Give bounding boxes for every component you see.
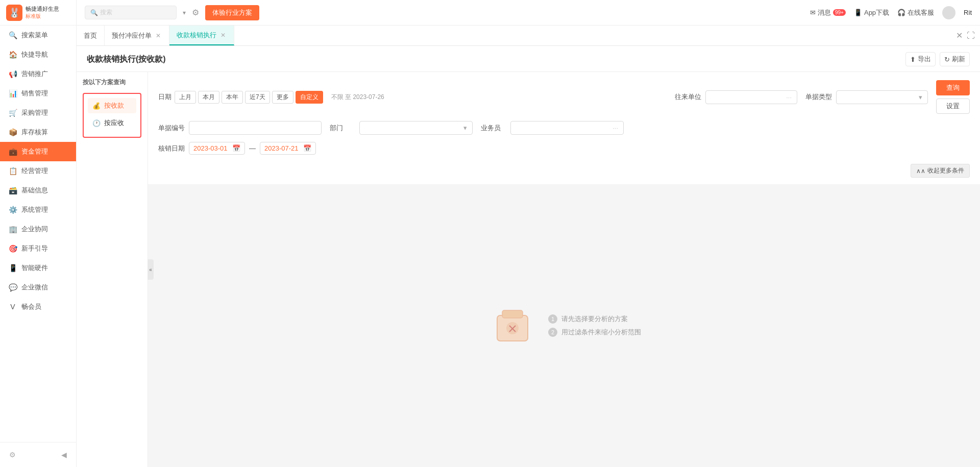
refresh-icon: ↻: [944, 56, 950, 63]
topbar-search[interactable]: 🔍 搜索: [85, 6, 177, 19]
message-button[interactable]: ✉ 消息 99+: [810, 8, 846, 17]
hardware-icon: 📱: [8, 263, 17, 273]
sidebar-item-search[interactable]: 🔍 搜索菜单: [0, 26, 76, 45]
sidebar-item-marketing[interactable]: 📢 营销推广: [0, 64, 76, 84]
empty-tip-2: 2 用过滤条件来缩小分析范围: [548, 328, 641, 337]
query-row-3: 核销日期 2023-03-01 📅 — 2023-07-21 📅: [158, 142, 970, 155]
tip-num-2: 2: [548, 328, 557, 337]
sidebar-item-sales[interactable]: 📊 销售管理: [0, 84, 76, 103]
topbar-gear-icon[interactable]: ⚙: [192, 8, 199, 17]
tip-num-1: 1: [548, 314, 557, 324]
date-separator: —: [249, 144, 256, 152]
query-button[interactable]: 查询: [936, 80, 970, 95]
tab-receivable-close[interactable]: ✕: [219, 31, 227, 40]
app-logo: 🐰 畅捷通好生意 标准版: [0, 0, 76, 26]
date-this-year[interactable]: 本年: [222, 91, 243, 104]
dept-select[interactable]: ▾: [359, 121, 473, 135]
message-badge: 99+: [833, 9, 846, 16]
settings-bottom-icon[interactable]: ⚙: [5, 448, 19, 462]
doc-no-input[interactable]: [189, 121, 322, 135]
tabbar-actions: ✕ ⛶: [951, 26, 980, 45]
download-icon: 📱: [854, 9, 862, 16]
staff-select[interactable]: ···: [510, 121, 624, 135]
fullscreen-icon[interactable]: ⛶: [967, 31, 975, 40]
svg-rect-1: [502, 310, 523, 318]
filter-title: 按以下方案查询: [83, 78, 141, 87]
guide-icon: 🎯: [8, 244, 17, 253]
doc-type-field: 单据类型 ▾: [805, 90, 928, 104]
sidebar-item-guide[interactable]: 🎯 新手引导: [0, 239, 76, 258]
export-button[interactable]: ⬆ 导出: [905, 52, 936, 66]
query-row-1: 日期 上月 本月 本年 近7天 更多 自定义 不限 至 2023-07-26: [158, 80, 970, 114]
sidebar-item-wechat[interactable]: 💬 企业微信: [0, 278, 76, 297]
filter-by-receipt[interactable]: 💰 按收款: [88, 98, 136, 113]
staff-ellipsis: ···: [612, 124, 618, 132]
app-name: 畅捷通好生意: [26, 5, 59, 12]
verify-date-end-input[interactable]: 2023-07-21 📅: [260, 142, 316, 155]
dept-label: 部门: [330, 124, 355, 133]
sidebar-item-hardware[interactable]: 📱 智能硬件: [0, 258, 76, 278]
empty-state: 1 请先选择要分析的方案 2 用过滤条件来缩小分析范围: [148, 184, 980, 467]
calendar-end-icon: 📅: [303, 144, 311, 152]
tab-prepay-close[interactable]: ✕: [155, 31, 162, 40]
staff-field: 业务员 ···: [481, 121, 624, 135]
sidebar-item-member[interactable]: V 畅会员: [0, 297, 76, 316]
wechat-icon: 💬: [8, 283, 17, 292]
date-custom[interactable]: 自定义: [296, 91, 323, 104]
user-name: Rit: [964, 9, 972, 16]
tab-home[interactable]: 首页: [77, 26, 105, 45]
enterprise-icon: 🏢: [8, 225, 17, 234]
system-icon: ⚙️: [8, 205, 17, 214]
tab-receivable-exec[interactable]: 收款核销执行 ✕: [169, 26, 234, 45]
content-area: 按以下方案查询 💰 按收款 🕐 按应收 « 日期: [77, 72, 980, 467]
sidebar-item-operations[interactable]: 📋 经营管理: [0, 161, 76, 181]
close-all-icon[interactable]: ✕: [956, 31, 963, 40]
sidebar-item-purchase[interactable]: 🛒 采购管理: [0, 103, 76, 122]
staff-label: 业务员: [481, 124, 506, 133]
industry-solution-button[interactable]: 体验行业方案: [205, 5, 259, 20]
verify-date-row: 核销日期 2023-03-01 📅 — 2023-07-21 📅: [158, 142, 316, 155]
calendar-start-icon: 📅: [232, 144, 240, 152]
date-last-month[interactable]: 上月: [175, 91, 196, 104]
empty-tip-1: 1 请先选择要分析的方案: [548, 314, 641, 324]
tab-prepay[interactable]: 预付冲应付单 ✕: [105, 26, 169, 45]
filter-receivable-icon: 🕐: [92, 118, 101, 128]
basic-info-icon: 🗃️: [8, 186, 17, 195]
refresh-button[interactable]: ↻ 刷新: [940, 52, 970, 66]
sidebar-item-quicknav[interactable]: 🏠 快捷导航: [0, 45, 76, 64]
topbar: 🔍 搜索 ▾ ⚙ 体验行业方案 ✉ 消息 99+ 📱 App下载 🎧 在线客服 …: [77, 0, 980, 26]
doc-type-select[interactable]: ▾: [836, 90, 928, 104]
date-buttons: 上月 本月 本年 近7天 更多 自定义: [175, 91, 323, 104]
settings-button[interactable]: 设置: [936, 99, 970, 114]
purchase-icon: 🛒: [8, 108, 17, 117]
filter-receivable-label: 按应收: [104, 118, 124, 128]
counterpart-select[interactable]: ···: [705, 90, 797, 104]
empty-tips: 1 请先选择要分析的方案 2 用过滤条件来缩小分析范围: [548, 314, 641, 337]
date-more[interactable]: 更多: [272, 91, 293, 104]
sidebar-item-inventory[interactable]: 📦 库存核算: [0, 122, 76, 142]
doc-no-label: 单据编号: [158, 124, 185, 133]
sidebar-item-enterprise[interactable]: 🏢 企业协同: [0, 219, 76, 239]
sidebar-item-basic-info[interactable]: 🗃️ 基础信息: [0, 181, 76, 200]
sidebar-item-finance[interactable]: 💼 资金管理: [0, 142, 76, 161]
filter-collapse-button[interactable]: «: [148, 259, 154, 280]
user-avatar[interactable]: [942, 6, 955, 19]
app-download-button[interactable]: 📱 App下载: [854, 8, 889, 17]
logo-icon: 🐰: [6, 5, 22, 21]
date-7days[interactable]: 近7天: [245, 91, 270, 104]
verify-date-label: 核销日期: [158, 144, 185, 153]
collapse-sidebar-icon[interactable]: ◀: [57, 448, 71, 462]
topbar-dropdown[interactable]: ▾: [183, 9, 186, 16]
counterpart-ellipsis: ···: [786, 93, 792, 101]
chevron-up-icon: ∧∧: [916, 167, 925, 175]
collapse-more-row: ∧∧ 收起更多条件: [158, 164, 970, 178]
date-this-month[interactable]: 本月: [198, 91, 219, 104]
sidebar-item-system[interactable]: ⚙️ 系统管理: [0, 200, 76, 219]
online-service-button[interactable]: 🎧 在线客服: [897, 8, 934, 17]
query-row-2: 单据编号 部门 ▾ 业务员 ···: [158, 121, 970, 135]
filter-by-receivable[interactable]: 🕐 按应收: [88, 115, 136, 131]
home-icon: 🏠: [8, 50, 17, 59]
empty-illustration: [487, 300, 538, 351]
verify-date-start-input[interactable]: 2023-03-01 📅: [189, 142, 245, 155]
collapse-more-button[interactable]: ∧∧ 收起更多条件: [911, 164, 970, 178]
